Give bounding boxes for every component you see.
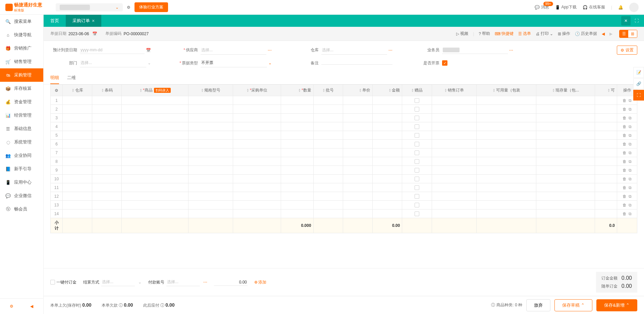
table-row[interactable]: 14🗑⧉ — [51, 209, 637, 218]
delete-icon[interactable]: 🗑 — [622, 150, 628, 155]
calendar-icon[interactable]: 📅 — [92, 32, 97, 36]
view-list-button[interactable]: ☰ — [620, 30, 628, 38]
sidebar-settings-button[interactable]: ⚙ — [3, 301, 20, 311]
delete-icon[interactable]: 🗑 — [622, 194, 628, 199]
tabs-fullscreen-button[interactable]: ⛶ — [632, 16, 641, 25]
copy-icon[interactable]: ⧉ — [628, 211, 633, 216]
save-new-button[interactable]: 保存&新增⌃ — [596, 299, 637, 311]
gift-checkbox[interactable] — [415, 107, 419, 112]
tab-purchase-order[interactable]: 采购订单 × — [66, 15, 101, 27]
payment-method-select[interactable]: 选择... — [101, 278, 135, 286]
sidebar-item-14[interactable]: Ⓥ畅会员 — [0, 202, 43, 216]
detail-tab-2d[interactable]: 二维 — [67, 72, 76, 84]
col-warehouse[interactable]: ▲▼仓库 — [63, 85, 92, 96]
one-click-deposit[interactable]: 一键付订金 — [50, 279, 76, 285]
sidebar-item-8[interactable]: ☰基础信息 — [0, 122, 43, 135]
operate-action[interactable]: ⊞操作 — [558, 31, 570, 37]
add-payment-button[interactable]: ⊕ 添加 — [254, 279, 266, 285]
more-icon[interactable]: ⋯ — [203, 280, 207, 285]
table-row[interactable]: 4🗑⧉ — [51, 122, 637, 131]
prev-record-button[interactable]: ◀ — [602, 32, 605, 36]
history-action[interactable]: 🕓历史单据 — [575, 31, 597, 37]
sidebar-item-4[interactable]: 🛍采购管理 — [0, 68, 43, 82]
delete-icon[interactable]: 🗑 — [622, 168, 628, 173]
info-icon[interactable]: ⓘ — [160, 303, 164, 308]
delete-icon[interactable]: 🗑 — [622, 124, 628, 129]
gift-checkbox[interactable] — [415, 98, 419, 103]
col-settings-header[interactable]: ⚙ — [51, 85, 63, 96]
trial-button[interactable]: 体验行业方案 — [135, 2, 168, 12]
delete-icon[interactable]: 🗑 — [622, 177, 628, 181]
save-draft-button[interactable]: 保存草稿⌃ — [554, 299, 592, 311]
copy-icon[interactable]: ⧉ — [628, 142, 633, 146]
copy-icon[interactable]: ⧉ — [628, 133, 633, 138]
supplier-select[interactable]: 选择... — [201, 46, 266, 55]
tab-home[interactable]: 首页 — [44, 15, 66, 27]
right-tool-attach[interactable]: 🔗 — [633, 78, 644, 89]
delete-icon[interactable]: 🗑 — [622, 185, 628, 190]
company-selector[interactable]: ⌄ — [56, 3, 123, 11]
settings-icon[interactable]: ⚙ — [127, 5, 130, 10]
account-select[interactable]: 选择... — [166, 278, 200, 286]
warehouse-select[interactable]: 选择... — [321, 46, 387, 55]
copy-icon[interactable]: ⧉ — [628, 168, 633, 173]
table-row[interactable]: 13🗑⧉ — [51, 201, 637, 209]
expected-date-input[interactable]: yyyy-mm-dd — [80, 46, 145, 54]
col-price[interactable]: ▲▼单价 — [343, 85, 372, 96]
col-gift[interactable]: ▲▼赠品 — [402, 85, 432, 96]
sidebar-item-11[interactable]: 📘新手引导 — [0, 162, 43, 176]
copy-icon[interactable]: ⧉ — [628, 177, 633, 181]
video-action[interactable]: ▷视频 — [456, 31, 468, 37]
invoice-flag-checkbox[interactable]: ✓ — [442, 60, 447, 66]
more-icon[interactable]: ⋯ — [388, 48, 392, 53]
deposit-checkbox[interactable] — [50, 280, 55, 285]
sidebar-item-13[interactable]: 💬企业微信 — [0, 189, 43, 202]
more-icon[interactable]: ⋯ — [509, 48, 513, 53]
gift-checkbox[interactable] — [415, 124, 419, 129]
form-settings-button[interactable]: ⚙ 设置 — [617, 46, 637, 55]
info-icon[interactable]: ⓘ — [491, 302, 495, 308]
col-batch[interactable]: ▲▼批号 — [313, 85, 343, 96]
more-icon[interactable]: ⋯ — [268, 48, 272, 53]
gift-checkbox[interactable] — [415, 150, 419, 155]
remark-input[interactable] — [321, 62, 392, 65]
copy-icon[interactable]: ⧉ — [628, 159, 633, 164]
copy-icon[interactable]: ⧉ — [628, 124, 633, 129]
delete-icon[interactable]: 🗑 — [622, 133, 628, 138]
sidebar-item-2[interactable]: 🎁营销推广 — [0, 42, 43, 55]
gift-checkbox[interactable] — [415, 194, 419, 199]
sidebar-item-12[interactable]: 📱应用中心 — [0, 176, 43, 189]
copy-icon[interactable]: ⧉ — [628, 107, 633, 112]
delete-icon[interactable]: 🗑 — [622, 98, 628, 103]
discard-button[interactable]: 放弃 — [526, 299, 550, 311]
col-deliverable[interactable]: ▲▼可 — [595, 85, 617, 96]
gift-checkbox[interactable] — [415, 203, 419, 207]
col-product[interactable]: ▲▼*商品扫码录入 — [122, 85, 189, 96]
gift-checkbox[interactable] — [415, 211, 419, 216]
help-action[interactable]: ?帮助 — [479, 31, 490, 37]
gift-checkbox[interactable] — [415, 116, 419, 120]
right-tool-note[interactable]: 📝 — [633, 67, 644, 78]
shortcut-action[interactable]: ⌨快捷键 — [495, 31, 514, 37]
right-tool-expand[interactable]: ⛶ — [633, 90, 644, 101]
chevron-down-icon[interactable]: ⌄ — [138, 280, 142, 285]
copy-icon[interactable]: ⧉ — [628, 185, 633, 190]
table-row[interactable]: 7🗑⧉ — [51, 148, 637, 157]
sidebar-item-10[interactable]: 👥企业协同 — [0, 149, 43, 162]
gift-checkbox[interactable] — [415, 177, 419, 181]
col-available-pkg[interactable]: ▲▼可用量（包装 — [476, 85, 536, 96]
detail-tab-detail[interactable]: 明细 — [50, 72, 59, 84]
col-stock-pkg[interactable]: ▲▼现存量（包... — [536, 85, 595, 96]
delete-icon[interactable]: 🗑 — [622, 116, 628, 120]
print-action[interactable]: 🖨打印⌄ — [536, 31, 553, 37]
messages-button[interactable]: 💬 消息 99+ — [535, 4, 549, 10]
col-sales-order[interactable]: ▲▼销售订单 — [432, 85, 476, 96]
delete-icon[interactable]: 🗑 — [622, 203, 628, 207]
sidebar-item-0[interactable]: 🔍搜索菜单 — [0, 15, 43, 28]
table-row[interactable]: 9🗑⧉ — [51, 166, 637, 175]
select-order-action[interactable]: ☰选单 — [518, 31, 531, 37]
user-avatar[interactable] — [629, 3, 639, 12]
gift-checkbox[interactable] — [415, 142, 419, 146]
sidebar-item-9[interactable]: ◌系统管理 — [0, 135, 43, 149]
tabs-close-all-button[interactable]: ✕ — [621, 16, 631, 25]
